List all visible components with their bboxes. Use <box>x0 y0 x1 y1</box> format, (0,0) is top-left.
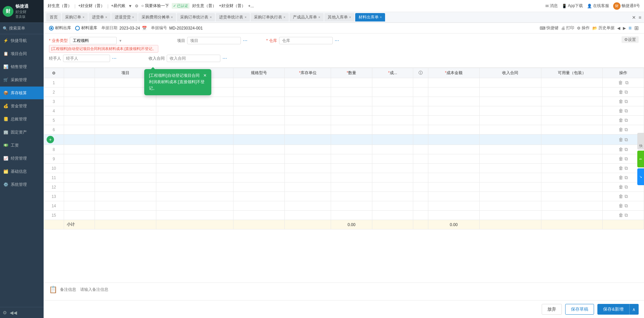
sidebar-item-inventory[interactable]: 📦 库存核算 <box>0 87 44 100</box>
new-row-material-input[interactable] <box>159 137 230 142</box>
topbar-dropdown-btn[interactable]: ▼ <box>128 4 132 8</box>
tab-close-purchase-in-stats[interactable]: × <box>245 15 247 19</box>
sidebar-item-ops[interactable]: 📈 经营管理 <box>0 152 44 165</box>
operation-btn[interactable]: ⚙ 操作 <box>577 25 590 31</box>
delete-row-9-btn[interactable]: 🗑 <box>619 156 623 161</box>
delete-row-7-btn[interactable]: 🗑 <box>619 137 623 142</box>
copy-row-4-btn[interactable]: ⧉ <box>625 108 628 113</box>
td-quantity-1[interactable] <box>331 78 372 88</box>
topbar-good-business[interactable]: 好生意（普） <box>192 3 216 9</box>
right-panel-btn-2[interactable]: ✏ <box>637 151 644 167</box>
tooltip-close-btn[interactable]: ✕ <box>203 72 207 79</box>
view-grid-btn[interactable]: ⊞ <box>634 25 639 31</box>
copy-row-11-btn[interactable]: ⧉ <box>625 175 628 180</box>
tab-material-out[interactable]: 材料出库单× <box>355 13 385 21</box>
sidebar-item-finance[interactable]: 💰 资金管理 <box>0 100 44 113</box>
nav-prev-btn[interactable]: ◀ <box>617 26 620 31</box>
td-unit-1[interactable] <box>285 78 331 88</box>
delete-row-8-btn[interactable]: 🗑 <box>619 147 623 152</box>
sidebar-item-system[interactable]: ⚙️ 系统管理 <box>0 178 44 191</box>
topbar-link-1[interactable]: 好生意（普） <box>48 3 72 9</box>
discard-btn[interactable]: 放弃 <box>542 304 562 315</box>
tab-purchase-order-exec[interactable]: 采购订单执行表× <box>251 13 289 21</box>
radio-material-return[interactable]: 材料退库 <box>75 25 97 31</box>
tab-close-other-in[interactable]: × <box>349 15 351 19</box>
radio-material-out[interactable]: 材料出库 <box>49 25 71 31</box>
sidebar-settings-btn[interactable]: ⚙ <box>3 310 7 315</box>
copy-row-15-btn[interactable]: ⧉ <box>625 212 628 218</box>
delete-row-15-btn[interactable]: 🗑 <box>619 212 623 218</box>
save-new-arrow-btn[interactable]: ∧ <box>629 304 639 315</box>
right-panel-btn-3[interactable]: ↗ <box>637 168 644 185</box>
sidebar-item-payroll[interactable]: 💵 工资 <box>0 139 44 152</box>
copy-row-14-btn[interactable]: ⧉ <box>625 203 628 208</box>
td-spec-1[interactable] <box>233 78 285 88</box>
tab-close-purchase-order[interactable]: × <box>83 15 85 19</box>
warehouse-input[interactable] <box>279 37 333 44</box>
tab-close-purchase-in[interactable]: × <box>105 15 107 19</box>
sidebar-item-base[interactable]: 🗂️ 基础信息 <box>0 165 44 178</box>
tab-close-purchase-order-exec[interactable]: × <box>283 15 285 19</box>
copy-row-5-btn[interactable]: ⧉ <box>625 117 628 123</box>
tab-close-purchase-order-stats[interactable]: × <box>210 15 212 19</box>
sidebar-item-project[interactable]: 📋 项目合同 <box>0 47 44 60</box>
delete-row-5-btn[interactable]: 🗑 <box>619 117 623 123</box>
copy-row-8-btn[interactable]: ⧉ <box>625 147 628 152</box>
tab-purchase-order-stats[interactable]: 采购订单统计表× <box>177 13 215 21</box>
td-income-1[interactable] <box>479 78 541 88</box>
tab-close-finished-in[interactable]: × <box>318 15 320 19</box>
tab-home[interactable]: 首页 <box>46 13 61 21</box>
page-settings-btn[interactable]: ⚙设置 <box>622 36 639 43</box>
topbar-message-btn[interactable]: ✉ 消息 <box>545 3 558 9</box>
sidebar-item-assets[interactable]: 🏢 固定资产 <box>0 126 44 139</box>
tab-list-btn[interactable]: ≡ <box>639 15 641 20</box>
tab-close-material-out[interactable]: × <box>380 15 382 19</box>
th-settings[interactable]: ⚙ <box>44 68 64 78</box>
copy-row-12-btn[interactable]: ⧉ <box>625 184 628 190</box>
print-btn[interactable]: 🖨 打印 <box>561 25 574 31</box>
sidebar-collapse-btn[interactable]: ◀◀ <box>10 310 17 315</box>
sidebar-item-sales[interactable]: 📊 销售管理 <box>0 60 44 73</box>
delete-row-14-btn[interactable]: 🗑 <box>619 203 623 208</box>
copy-row-2-btn[interactable]: ⧉ <box>625 89 628 95</box>
copy-row-1-btn[interactable]: ⧉ <box>625 80 629 85</box>
save-draft-btn[interactable]: 保存草稿 <box>565 304 594 315</box>
delete-row-6-btn[interactable]: 🗑 <box>619 127 623 132</box>
new-row-project-input[interactable] <box>98 137 154 142</box>
copy-row-13-btn[interactable]: ⧉ <box>625 194 628 199</box>
tab-other-in[interactable]: 其他入库单× <box>324 13 355 21</box>
tab-close-all-btn[interactable]: ✕ <box>632 15 636 20</box>
project-input[interactable] <box>187 37 241 44</box>
sidebar-item-purchase[interactable]: 🛒 采购管理 <box>0 73 44 87</box>
notes-input[interactable] <box>79 285 639 298</box>
topbar-app-download-btn[interactable]: 📱 App下载 <box>562 3 583 9</box>
quick-key-btn[interactable]: ⌨ 快捷键 <box>540 25 558 31</box>
tab-close-purchase-return[interactable]: × <box>132 15 134 19</box>
topbar-trial[interactable]: ○ 我要体验一下 <box>141 3 169 9</box>
search-menu[interactable]: 🔍 搜索菜单 <box>0 23 44 34</box>
topbar-more[interactable]: +... <box>248 4 254 8</box>
copy-row-10-btn[interactable]: ⧉ <box>625 165 628 171</box>
calendar-icon[interactable]: 📅 <box>142 26 147 31</box>
copy-row-7-btn[interactable]: ⧉ <box>625 137 628 142</box>
tab-purchase-expense[interactable]: 采购费用分摊单× <box>138 13 176 21</box>
td-cost-1[interactable] <box>372 78 413 88</box>
income-contract-input[interactable] <box>167 55 220 62</box>
user-avatar-btn[interactable]: 财 畅捷通8号 <box>613 2 640 10</box>
td-cost-amount-1[interactable] <box>428 78 479 88</box>
agent-dots-btn[interactable]: ··· <box>112 56 116 61</box>
tab-purchase-in[interactable]: 进货单× <box>89 13 111 21</box>
copy-row-3-btn[interactable]: ⧉ <box>625 99 628 104</box>
agent-input[interactable] <box>63 55 110 62</box>
nav-next-btn[interactable]: ▶ <box>623 26 626 31</box>
right-panel-btn-1[interactable]: 快 <box>637 133 644 150</box>
topbar-good-wealth[interactable]: +好业财（普） <box>219 3 246 9</box>
delete-row-11-btn[interactable]: 🗑 <box>619 175 623 180</box>
topbar-online-service-btn[interactable]: 👤 在线客服 <box>587 3 609 9</box>
income-contract-dots-btn[interactable]: ··· <box>222 56 227 61</box>
topbar-settings-btn[interactable]: ⚙ <box>135 4 139 8</box>
add-row-btn[interactable]: + <box>47 136 54 143</box>
warehouse-dots-btn[interactable]: ··· <box>335 38 339 43</box>
project-dots-btn[interactable]: ··· <box>243 38 247 43</box>
biz-type-input[interactable] <box>70 37 117 44</box>
